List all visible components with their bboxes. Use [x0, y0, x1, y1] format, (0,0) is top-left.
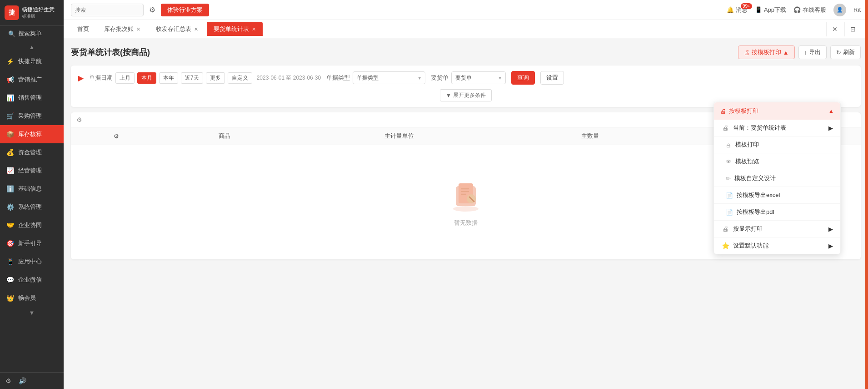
tab-receivables-summary[interactable]: 收发存汇总表 ✕ — [149, 22, 205, 36]
date-custom-btn[interactable]: 自定义 — [228, 72, 252, 84]
app-download-item[interactable]: 📱 App下载 — [755, 6, 786, 14]
sidebar-item-sales[interactable]: 📊 销售管理 — [0, 89, 64, 107]
refresh-button[interactable]: ↻ 刷新 — [830, 45, 861, 59]
footer-sound-icon[interactable]: 🔊 — [19, 377, 26, 384]
template-print-icon: 🖨 — [726, 141, 732, 148]
tab-home[interactable]: 首页 — [71, 22, 95, 36]
col-quantity: 主数量 — [511, 127, 670, 145]
table-settings-icon[interactable]: ⚙ — [76, 116, 82, 123]
filter-row-2: ▼ 展开更多条件 — [78, 89, 853, 101]
beginner-icon: 🎯 — [5, 239, 15, 248]
dropdown-collapse-icon[interactable]: ▲ — [828, 108, 834, 114]
date-more-btn[interactable]: 更多 — [206, 72, 225, 84]
expand-more-button[interactable]: ▼ 展开更多条件 — [440, 89, 492, 101]
sidebar-item-beginner[interactable]: 🎯 新手引导 — [0, 234, 64, 253]
export-button[interactable]: ↑ 导出 — [798, 45, 827, 59]
system-icon: ⚙️ — [5, 202, 15, 212]
sidebar-item-cooperation[interactable]: 🤝 企业协同 — [0, 216, 64, 234]
dropdown-current-template[interactable]: 🖨 当前：要货单统计表 ▶ — [714, 120, 840, 136]
chevron-down-icon: ▼ — [446, 92, 451, 99]
query-button[interactable]: 查询 — [511, 71, 535, 85]
sidebar-item-wecom[interactable]: 💬 企业微信 — [0, 271, 64, 289]
sidebar-item-app-center[interactable]: 📱 应用中心 — [0, 253, 64, 271]
date-this-year-btn[interactable]: 本年 — [159, 72, 178, 84]
purchase-icon: 🛒 — [5, 111, 15, 121]
order-type-select-wrapper: 单据类型 — [353, 71, 425, 84]
sidebar-item-purchase[interactable]: 🛒 采购管理 — [0, 107, 64, 125]
scroll-down-button[interactable]: ▼ — [0, 307, 64, 318]
notifications-item[interactable]: 🔔 消息 99+ — [727, 6, 748, 14]
trial-button[interactable]: 体验行业方案 — [161, 4, 209, 16]
username-label: Rit — [853, 6, 861, 13]
dropdown-template-export-pdf[interactable]: 📄 按模板导出pdf — [714, 204, 840, 221]
dropdown-template-print[interactable]: 🖨 模板打印 — [714, 136, 840, 153]
tab-close-inventory-batch[interactable]: ✕ — [136, 26, 140, 32]
notifications-badge: 99+ — [741, 3, 752, 9]
sidebar-logo: 捷 畅捷通好生意 标准版 — [0, 0, 64, 26]
app-logo-text: 畅捷通好生意 标准版 — [22, 6, 55, 20]
order-category-select[interactable]: 要货单 — [451, 71, 506, 84]
svg-point-0 — [453, 206, 479, 212]
sidebar-item-vip[interactable]: 👑 畅会员 — [0, 289, 64, 307]
sidebar-item-finance[interactable]: 💰 资金管理 — [0, 143, 64, 162]
sidebar-item-quick-nav[interactable]: ⚡ 快捷导航 — [0, 52, 64, 71]
sidebar-item-basic[interactable]: ℹ️ 基础信息 — [0, 180, 64, 198]
date-range-label: 2023-06-01 至 2023-06-30 — [257, 74, 321, 82]
sidebar-search[interactable]: 🔍 搜索菜单 — [0, 26, 64, 41]
display-print-icon: 🖨 — [721, 225, 729, 232]
wecom-icon: 💬 — [5, 275, 15, 284]
sidebar-item-system[interactable]: ⚙️ 系统管理 — [0, 198, 64, 216]
page-title: 要货单统计表(按商品) — [71, 47, 150, 58]
order-type-filter: 单据类型 单据类型 — [326, 71, 425, 84]
tab-order-stats[interactable]: 要货单统计表 ✕ — [207, 22, 263, 36]
search-icon: 🔍 — [8, 30, 15, 37]
sidebar-item-inventory[interactable]: 📦 库存核算 — [0, 125, 64, 143]
template-preview-icon: 👁 — [726, 158, 732, 165]
operation-icon: 📈 — [5, 166, 15, 175]
expand-window-button[interactable]: ⊡ — [844, 22, 861, 36]
filter-expand-icon[interactable]: ▶ — [78, 74, 84, 82]
filter-bar: ▶ 单据日期 上月 本月 本年 近7天 更多 自定义 2023-06-01 至 … — [71, 66, 861, 107]
close-window-button[interactable]: ✕ — [826, 22, 843, 36]
date-filter: 单据日期 上月 本月 本年 近7天 更多 自定义 2023-06-01 至 20… — [89, 72, 321, 84]
search-input[interactable] — [71, 4, 144, 16]
dropdown-set-default[interactable]: ⭐ 设置默认功能 ▶ — [714, 237, 840, 254]
sidebar-item-marketing[interactable]: 📢 营销推广 — [0, 71, 64, 89]
export-icon: ↑ — [804, 49, 808, 56]
dropdown-template-export-excel[interactable]: 📄 按模板导出excel — [714, 187, 840, 204]
sidebar-nav: ▲ ⚡ 快捷导航 📢 营销推广 📊 销售管理 🛒 采购管理 📦 库存核算 💰 资… — [0, 41, 64, 372]
dropdown-display-print[interactable]: 🖨 按显示打印 ▶ — [714, 221, 840, 237]
chevron-right-icon-default: ▶ — [828, 242, 833, 249]
order-category-select-wrapper: 要货单 — [451, 71, 506, 84]
vip-icon: 👑 — [5, 293, 15, 303]
settings-button[interactable]: 设置 — [540, 71, 564, 85]
chevron-right-icon-display: ▶ — [828, 226, 833, 232]
app-logo-icon: 捷 — [5, 5, 19, 20]
print-template-button[interactable]: 🖨 按模板打印 ▲ — [738, 45, 795, 59]
export-pdf-icon: 📄 — [726, 209, 733, 216]
topbar-gear-icon[interactable]: ⚙ — [149, 5, 155, 14]
sidebar-item-operation[interactable]: 📈 经营管理 — [0, 162, 64, 180]
dropdown-template-preview[interactable]: 👁 模板预览 — [714, 153, 840, 170]
tab-close-receivables-summary[interactable]: ✕ — [194, 26, 198, 32]
user-avatar[interactable]: 👤 — [833, 4, 846, 16]
tab-close-order-stats[interactable]: ✕ — [252, 26, 256, 32]
current-template-icon: 🖨 — [721, 124, 729, 131]
bell-icon: 🔔 — [727, 6, 734, 13]
date-last-month-btn[interactable]: 上月 — [115, 72, 135, 84]
col-settings[interactable]: ⚙ — [71, 127, 161, 145]
sidebar: 捷 畅捷通好生意 标准版 🔍 搜索菜单 ▲ ⚡ 快捷导航 📢 营销推广 📊 销售… — [0, 0, 64, 389]
tab-inventory-batch[interactable]: 库存批次账 ✕ — [97, 22, 147, 36]
date-7days-btn[interactable]: 近7天 — [181, 72, 203, 84]
basic-icon: ℹ️ — [5, 184, 15, 193]
filter-row-1: ▶ 单据日期 上月 本月 本年 近7天 更多 自定义 2023-06-01 至 … — [78, 71, 853, 85]
date-this-month-btn[interactable]: 本月 — [137, 72, 156, 84]
scroll-up-button[interactable]: ▲ — [0, 41, 64, 52]
online-support-item[interactable]: 🎧 在线客服 — [793, 6, 826, 14]
dropdown-template-design[interactable]: ✏ 模板自定义设计 — [714, 170, 840, 187]
footer-settings-icon[interactable]: ⚙ — [5, 377, 11, 384]
resize-handle[interactable] — [865, 0, 868, 389]
order-type-select[interactable]: 单据类型 — [353, 71, 425, 84]
printer-dropdown-icon: 🖨 — [720, 108, 726, 115]
sidebar-footer: ⚙ 🔊 — [0, 372, 64, 389]
